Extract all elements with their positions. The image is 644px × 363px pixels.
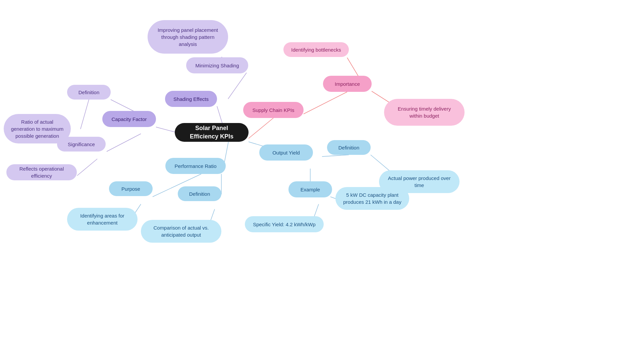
minimizing-shading-node: Minimizing Shading bbox=[186, 57, 248, 73]
center-node: Solar Panel Efficiency KPIs bbox=[175, 123, 249, 142]
pr-purpose-text-node: Identifying areas for enhancement bbox=[67, 208, 138, 231]
supply-chain-node: Supply Chain KPIs bbox=[243, 102, 304, 118]
shading-effects-node: Shading Effects bbox=[165, 91, 217, 107]
svg-line-9 bbox=[304, 92, 347, 114]
sc-bottlenecks-node: Identifying bottlenecks bbox=[283, 42, 349, 57]
oy-example-text-node: 5 kW DC capacity plant produces 21 kWh i… bbox=[335, 187, 409, 210]
oy-specific-yield-node: Specific Yield: 4.2 kWh/kWp bbox=[245, 216, 324, 232]
cf-significance-text-node: Reflects operational efficiency bbox=[6, 164, 77, 180]
svg-line-6 bbox=[228, 73, 247, 99]
svg-line-18 bbox=[322, 155, 349, 157]
pr-definition-text-node: Comparison of actual vs. anticipated out… bbox=[141, 220, 221, 243]
svg-line-2 bbox=[80, 100, 89, 129]
svg-line-4 bbox=[77, 159, 97, 176]
sc-delivery-node: Ensuring timely delivery within budget bbox=[384, 99, 465, 126]
output-yield-node: Output Yield bbox=[259, 144, 313, 161]
capacity-factor-node: Capacity Factor bbox=[102, 111, 156, 127]
pr-definition-node: Definition bbox=[178, 186, 221, 201]
oy-example-node: Example bbox=[288, 181, 332, 197]
cf-significance-node: Significance bbox=[57, 137, 106, 152]
mindmap-container: Solar Panel Efficiency KPIs Capacity Fac… bbox=[0, 0, 644, 363]
svg-line-3 bbox=[107, 134, 141, 152]
performance-ratio-node: Performance Ratio bbox=[165, 158, 226, 174]
improving-panel-node: Improving panel placement through shadin… bbox=[148, 20, 228, 54]
cf-definition-node: Definition bbox=[67, 85, 111, 100]
svg-line-8 bbox=[249, 118, 273, 138]
pr-purpose-node: Purpose bbox=[109, 181, 153, 196]
oy-definition-node: Definition bbox=[327, 140, 371, 155]
sc-importance-node: Importance bbox=[323, 76, 372, 92]
